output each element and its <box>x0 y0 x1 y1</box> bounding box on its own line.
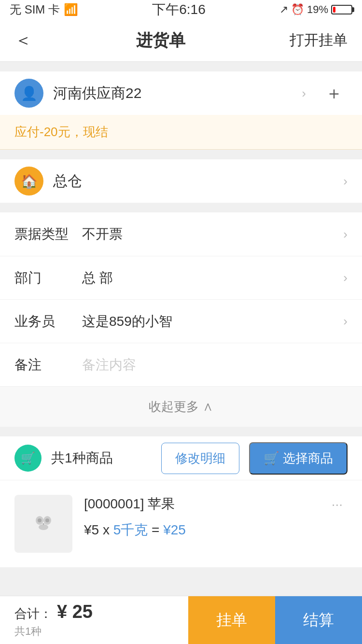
warehouse-row[interactable]: 🏠 总仓 › <box>0 159 362 203</box>
info-banner: 应付-20元，现结 <box>0 115 362 150</box>
battery-percentage: 19% <box>307 3 328 16</box>
invoice-label: 票据类型 <box>14 225 82 243</box>
svg-point-4 <box>45 518 49 522</box>
total-amount: ¥ 25 <box>57 602 93 622</box>
select-product-icon: 🛒 <box>264 451 279 466</box>
supplier-row[interactable]: 👤 河南供应商22 › ＋ <box>0 71 362 115</box>
total-count: 共1种 <box>14 624 174 639</box>
dept-arrow-icon: › <box>343 270 348 285</box>
svg-point-0 <box>27 505 60 539</box>
total-section: 合计： ¥ 25 共1种 <box>0 596 188 644</box>
form-row-dept[interactable]: 部门 总 部 › <box>0 256 362 299</box>
location-icon: ↗ <box>279 3 288 16</box>
unit-price: ¥5 x <box>84 522 113 537</box>
total-label: 合计： <box>14 605 52 622</box>
product-header: 🛒 共1种商品 修改明细 🛒 选择商品 <box>0 436 362 480</box>
bottom-spacer <box>0 567 362 596</box>
divider-top <box>0 62 362 71</box>
product-code: [0000001] 苹果 <box>84 496 175 511</box>
collapse-button[interactable]: 收起更多 ∧ <box>0 386 362 427</box>
warehouse-icon: 🏠 <box>14 167 43 196</box>
invoice-arrow-icon: › <box>343 227 348 242</box>
product-item: [0000001] 苹果 ¥5 x 5千克 = ¥25 ··· <box>0 480 362 567</box>
page-title: 进货单 <box>136 29 185 52</box>
dept-value: 总 部 <box>82 269 343 287</box>
hang-button[interactable]: 挂单 <box>188 596 275 644</box>
salesperson-label: 业务员 <box>14 312 82 331</box>
warehouse-name: 总仓 <box>53 171 343 191</box>
nav-bar: ＜ 进货单 打开挂单 <box>0 19 362 62</box>
back-button[interactable]: ＜ <box>14 28 32 52</box>
invoice-value: 不开票 <box>82 225 343 243</box>
product-count: 共1种商品 <box>51 449 152 467</box>
status-right-icons: ↗ ⏰ 19% <box>279 3 352 16</box>
product-thumb-icon <box>27 505 60 543</box>
note-placeholder: 备注内容 <box>82 356 348 374</box>
checkout-button[interactable]: 结算 <box>275 596 362 644</box>
product-price: ¥5 x 5千克 = ¥25 <box>84 521 315 539</box>
divider-1 <box>0 150 362 159</box>
quantity: 5千克 <box>113 522 148 537</box>
open-hang-button[interactable]: 打开挂单 <box>290 30 348 50</box>
dept-label: 部门 <box>14 269 82 287</box>
product-icon: 🛒 <box>14 445 42 472</box>
supplier-name: 河南供应商22 <box>53 84 302 103</box>
form-row-invoice[interactable]: 票据类型 不开票 › <box>0 212 362 256</box>
status-time: 下午6:16 <box>152 0 206 19</box>
status-bar: 无 SIM 卡 📶 下午6:16 ↗ ⏰ 19% <box>0 0 362 19</box>
select-product-button[interactable]: 🛒 选择商品 <box>249 442 348 475</box>
carrier-text: 无 SIM 卡 <box>10 2 60 17</box>
status-carrier: 无 SIM 卡 📶 <box>10 2 78 17</box>
price-eq: = <box>152 522 163 537</box>
wifi-icon: 📶 <box>64 3 78 16</box>
add-supplier-button[interactable]: ＋ <box>320 77 348 110</box>
form-row-note[interactable]: 备注 备注内容 <box>0 343 362 386</box>
total-price: ¥25 <box>163 522 186 537</box>
product-name: [0000001] 苹果 <box>84 495 315 513</box>
note-label: 备注 <box>14 356 82 374</box>
product-more-button[interactable]: ··· <box>327 495 348 514</box>
form-row-salesperson[interactable]: 业务员 这是859的小智 › <box>0 299 362 343</box>
salesperson-arrow-icon: › <box>343 314 348 329</box>
warehouse-arrow-icon: › <box>343 174 348 189</box>
divider-2 <box>0 203 362 212</box>
product-thumbnail <box>14 495 72 553</box>
form-section: 票据类型 不开票 › 部门 总 部 › 业务员 这是859的小智 › 备注 备注… <box>0 212 362 386</box>
svg-point-3 <box>38 518 42 522</box>
modify-detail-button[interactable]: 修改明细 <box>161 443 239 474</box>
product-info: [0000001] 苹果 ¥5 x 5千克 = ¥25 <box>84 495 315 539</box>
supplier-avatar: 👤 <box>14 79 43 108</box>
alarm-icon: ⏰ <box>291 3 304 16</box>
supplier-arrow-icon: › <box>302 86 306 101</box>
bottom-bar: 合计： ¥ 25 共1种 挂单 结算 <box>0 596 362 644</box>
salesperson-value: 这是859的小智 <box>82 312 343 331</box>
battery-icon <box>331 5 352 14</box>
